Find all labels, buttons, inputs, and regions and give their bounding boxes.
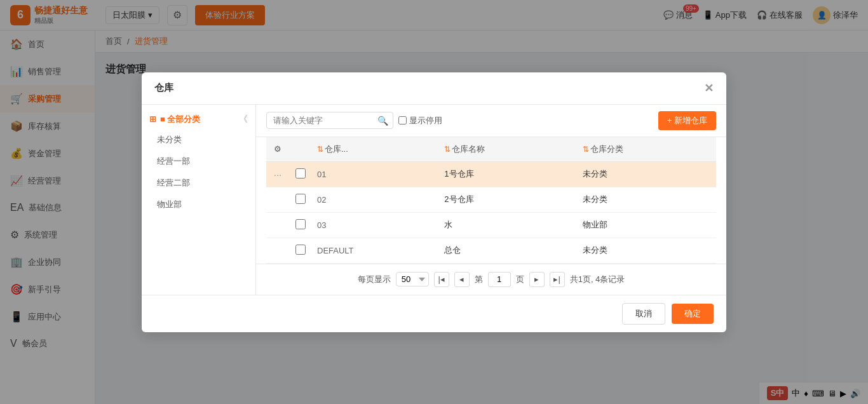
th-settings: ⚙	[266, 137, 289, 162]
warehouse-category: 物业部	[578, 212, 716, 238]
warehouse-category: 未分类	[578, 187, 716, 212]
show-disabled-label: 显示停用	[409, 115, 442, 126]
th-category: ⇅仓库分类	[578, 137, 716, 162]
settings-header-icon: ⚙	[274, 144, 281, 154]
modal-footer: 取消 确定	[142, 295, 726, 332]
warehouse-name: 1号仓库	[439, 161, 578, 187]
category-panel: ⊞ ■ 全部分类 《 未分类 经营一部 经营二部 物业部	[142, 105, 256, 295]
row-num: DEFAULT	[312, 238, 439, 263]
show-disabled-wrap: 显示停用	[398, 115, 442, 126]
pagination: 每页显示 50 100 |◂ ◂ 第 页 ▸ ▸| 共1页, 4条记录	[256, 264, 726, 295]
row-num: 01	[312, 161, 439, 187]
warehouse-category: 未分类	[578, 161, 716, 187]
modal-body: ⊞ ■ 全部分类 《 未分类 经营一部 经营二部 物业部 🔍	[142, 105, 726, 295]
sort-icon: ⇅	[317, 145, 323, 154]
warehouse-table-wrap: ⚙ ⇅仓库... ⇅仓库名称 ⇅仓库分类 ···	[256, 137, 726, 264]
table-row[interactable]: 03 水 物业部	[266, 212, 716, 238]
page-first-button[interactable]: |◂	[434, 272, 449, 287]
row-select-checkbox[interactable]	[295, 194, 306, 204]
modal-title: 仓库	[154, 82, 173, 94]
page-unit: 页	[516, 274, 524, 285]
sort-icon-name: ⇅	[444, 145, 451, 154]
modal-header: 仓库 ✕	[142, 72, 726, 105]
sort-icon-cat: ⇅	[583, 145, 589, 154]
page-label: 第	[475, 274, 483, 285]
table-row[interactable]: DEFAULT 总仓 未分类	[266, 238, 716, 263]
page-size-label: 每页显示	[358, 274, 391, 285]
page-number-input[interactable]	[488, 272, 511, 287]
row-select-checkbox[interactable]	[295, 245, 306, 255]
th-checkbox	[289, 137, 312, 162]
page-next-button[interactable]: ▸	[529, 272, 545, 287]
page-last-button[interactable]: ▸|	[550, 272, 565, 287]
search-icon[interactable]: 🔍	[377, 116, 388, 126]
category-item-dept1[interactable]: 经营一部	[142, 151, 255, 172]
row-checkbox-cell	[289, 187, 312, 212]
cancel-button[interactable]: 取消	[622, 303, 665, 325]
confirm-button[interactable]: 确定	[672, 304, 714, 324]
search-input[interactable]	[266, 112, 393, 129]
table-body: ··· 01 1号仓库 未分类	[266, 161, 716, 263]
warehouse-category: 未分类	[578, 238, 716, 263]
th-code: ⇅仓库...	[312, 137, 439, 162]
category-panel-header: ⊞ ■ 全部分类 《	[142, 110, 255, 129]
grid-icon: ⊞	[149, 114, 156, 124]
page-prev-button[interactable]: ◂	[454, 272, 470, 287]
category-item-dept2[interactable]: 经营二部	[142, 172, 255, 194]
warehouse-table: ⚙ ⇅仓库... ⇅仓库名称 ⇅仓库分类 ···	[266, 137, 716, 264]
row-select-checkbox[interactable]	[295, 219, 306, 229]
table-row[interactable]: 02 2号仓库 未分类	[266, 187, 716, 212]
row-settings: ···	[266, 161, 289, 187]
search-wrap: 🔍	[266, 112, 393, 129]
warehouse-name: 2号仓库	[439, 187, 578, 212]
row-settings	[266, 212, 289, 238]
table-header: ⚙ ⇅仓库... ⇅仓库名称 ⇅仓库分类	[266, 137, 716, 162]
modal-close-button[interactable]: ✕	[704, 81, 714, 95]
row-checkbox-cell	[289, 161, 312, 187]
add-warehouse-button[interactable]: + 新增仓库	[658, 111, 716, 130]
row-num: 03	[312, 212, 439, 238]
row-settings	[266, 187, 289, 212]
row-settings	[266, 238, 289, 263]
row-checkbox-cell	[289, 238, 312, 263]
row-num: 02	[312, 187, 439, 212]
category-item-property[interactable]: 物业部	[142, 194, 255, 215]
right-toolbar: 🔍 显示停用 + 新增仓库	[256, 105, 726, 137]
total-info: 共1页, 4条记录	[570, 274, 625, 285]
th-name: ⇅仓库名称	[439, 137, 578, 162]
category-item-unclassified[interactable]: 未分类	[142, 129, 255, 151]
warehouse-modal: 仓库 ✕ ⊞ ■ 全部分类 《 未分类 经营一部 经营二部 物业部	[142, 72, 726, 332]
row-checkbox-cell	[289, 212, 312, 238]
warehouse-name: 水	[439, 212, 578, 238]
warehouse-table-panel: 🔍 显示停用 + 新增仓库 ⚙	[256, 105, 726, 295]
warehouse-name: 总仓	[439, 238, 578, 263]
show-disabled-checkbox[interactable]	[398, 116, 407, 125]
collapse-panel-button[interactable]: 《	[239, 114, 248, 125]
page-size-select[interactable]: 50 100	[396, 272, 429, 286]
table-row[interactable]: ··· 01 1号仓库 未分类	[266, 161, 716, 187]
all-categories-item[interactable]: ⊞ ■ 全部分类	[149, 114, 200, 125]
modal-overlay[interactable]: 仓库 ✕ ⊞ ■ 全部分类 《 未分类 经营一部 经营二部 物业部	[0, 0, 868, 404]
row-select-checkbox[interactable]	[295, 168, 306, 178]
